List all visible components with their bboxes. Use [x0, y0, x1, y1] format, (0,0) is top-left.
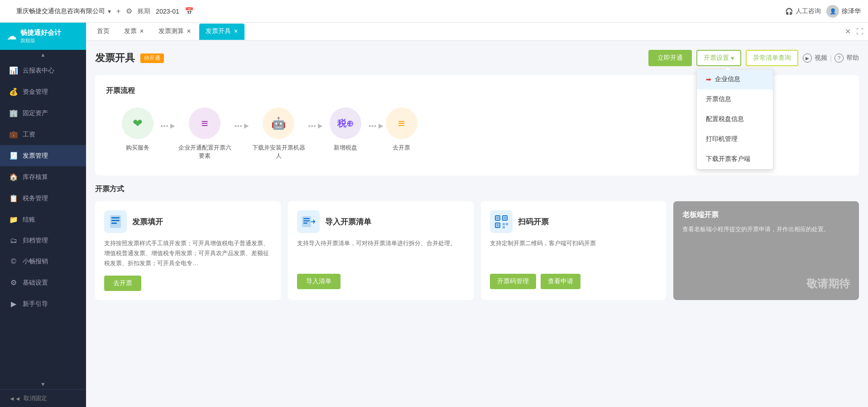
tab-invoice-issue-close[interactable]: ✕ [234, 28, 238, 34]
period-label: 账期 [138, 7, 150, 15]
salary-icon: 💼 [9, 130, 18, 139]
add-icon[interactable]: + [116, 7, 120, 15]
sidebar-item-guide[interactable]: ▶ 新手引导 [0, 293, 86, 315]
sidebar-item-tax[interactable]: 📋 税务管理 [0, 188, 86, 209]
sidebar-item-label: 归档管理 [23, 237, 48, 245]
method-card-boss: 老板端开票 查看老板端小程序提交的开票申请，并作出相应的处置。 敬请期待 [673, 201, 859, 300]
sidebar-item-settlement[interactable]: 📁 结账 [0, 209, 86, 230]
tab-invoice-issue[interactable]: 发票开具 ✕ [199, 24, 245, 40]
sidebar-item-label: 库存核算 [23, 173, 48, 181]
calendar-icon[interactable]: 📅 [185, 7, 194, 15]
sidebar-item-salary[interactable]: 💼 工资 [0, 124, 86, 145]
activate-button[interactable]: 立即开通 [648, 50, 692, 66]
page-header: 发票开具 待开通 立即开通 开票设置 ▾ [95, 50, 859, 66]
company-name: 重庆畅捷交通信息咨询有限公司 [16, 7, 105, 15]
sidebar-logo: ☁ 畅捷通好会计 旗舰版 [0, 23, 86, 50]
step5-label: 去开票 [393, 144, 410, 152]
dropdown-download-label: 下载开票客户端 [706, 155, 750, 162]
dropdown-item-printer[interactable]: 打印机管理 [697, 129, 773, 149]
tax-icon: 📋 [9, 194, 18, 203]
sidebar-item-expense[interactable]: © 小畅报销 [0, 251, 86, 272]
separator: | [830, 54, 832, 62]
boss-card-badge: 敬请期待 [806, 276, 850, 291]
sidebar-scroll-up[interactable]: ▲ [40, 52, 46, 58]
assets-icon: 🏢 [9, 109, 18, 117]
flow-connector-3: ●●● ▶ [308, 107, 323, 129]
sidebar-item-invoice[interactable]: 🧾 发票管理 [0, 145, 86, 166]
tab-invoice[interactable]: 发票 ✕ [118, 24, 150, 40]
tab-invoice-calc-close[interactable]: ✕ [187, 28, 191, 34]
cancel-pin-button[interactable]: ◄◄ 取消固定 [0, 389, 86, 407]
import-invoice-title: 导入开票清单 [325, 217, 371, 227]
step4-label: 新增税盘 [334, 144, 357, 152]
settlement-icon: 📁 [9, 215, 18, 224]
flow-connector-4: ●●● ▶ [368, 107, 383, 129]
dropdown-item-invoice-info[interactable]: 开票信息 [697, 89, 773, 109]
svg-rect-13 [496, 224, 499, 227]
cancel-pin-label: 取消固定 [24, 394, 47, 402]
guide-icon: ▶ [9, 300, 18, 308]
step3-icon: 🤖 [271, 116, 286, 131]
settings-icon[interactable]: ⚙ [126, 7, 132, 15]
dropdown-item-tax-disk[interactable]: 配置税盘信息 [697, 109, 773, 129]
sidebar-item-settings[interactable]: ⚙ 基础设置 [0, 272, 86, 293]
tab-bar: 首页 发票 ✕ 发票测算 ✕ 发票开具 ✕ ✕ ⛶ [86, 23, 868, 41]
dropdown-invoice-info-label: 开票信息 [706, 95, 731, 102]
step2-icon: ≡ [201, 116, 208, 131]
user-area[interactable]: 👤 徐泽华 [826, 5, 861, 18]
settings-button[interactable]: 开票设置 ▾ [696, 50, 741, 66]
step3-label: 下载并安装开票机器人 [251, 144, 306, 160]
user-avatar: 👤 [826, 5, 839, 18]
sidebar-item-label: 发票管理 [23, 152, 48, 160]
svg-rect-2 [111, 220, 120, 221]
headset-icon: 🎧 [785, 8, 793, 15]
sidebar-item-label: 云报表中心 [23, 67, 54, 75]
tab-close-all[interactable]: ✕ [845, 27, 851, 36]
step2-label: 企业开通配置开票六要素 [177, 144, 232, 160]
fill-invoice-button[interactable]: 去开票 [104, 276, 141, 291]
sidebar-item-label: 基础设置 [23, 279, 48, 287]
dropdown-item-company[interactable]: ➡ 企业信息 [697, 69, 773, 89]
fund-icon: 💰 [9, 87, 18, 96]
settings-sidebar-icon: ⚙ [9, 278, 18, 287]
flow-step-3: 🤖 下载并安装开票机器人 [249, 107, 308, 160]
sidebar-item-fund[interactable]: 💰 资金管理 [0, 81, 86, 102]
sidebar-item-assets[interactable]: 🏢 固定资产 [0, 102, 86, 124]
user-name: 徐泽华 [842, 7, 861, 15]
play-icon: ▶ [803, 53, 812, 63]
logo-text: 畅捷通好会计 [20, 29, 61, 37]
video-help-area[interactable]: ▶ 视频 | ? 帮助 [803, 53, 859, 63]
view-apply-button[interactable]: 查看申请 [541, 274, 580, 289]
method-cards: 发票填开 支持按照发票样式手工填开发票；可开具增值税电子普通发票、增值税普通发票… [95, 201, 859, 300]
scan-invoice-icon [490, 210, 513, 233]
sidebar-item-label: 新手引导 [23, 300, 48, 308]
sidebar-item-archive[interactable]: 🗂 归档管理 [0, 230, 86, 251]
tab-invoice-calc[interactable]: 发票测算 ✕ [152, 24, 197, 40]
method-card-fill: 发票填开 支持按照发票样式手工填开发票；可开具增值税电子普通发票、增值税普通发票… [95, 201, 281, 300]
scan-invoice-title: 扫码开票 [518, 217, 549, 227]
tab-home[interactable]: 首页 [91, 24, 116, 40]
flow-step-4: 税⊕ 新增税盘 [323, 107, 368, 152]
logo-sub: 旗舰版 [20, 37, 61, 44]
sidebar-item-cloud-report[interactable]: 📊 云报表中心 [0, 60, 86, 81]
consult-area[interactable]: 🎧 人工咨询 [785, 7, 821, 15]
import-invoice-button[interactable]: 导入清单 [297, 274, 340, 289]
tab-invoice-issue-label: 发票开具 [206, 27, 231, 35]
header-actions: 立即开通 开票设置 ▾ [648, 50, 859, 66]
qr-manage-button[interactable]: 开票码管理 [490, 274, 536, 289]
company-selector[interactable]: 重庆畅捷交通信息咨询有限公司 ▾ [16, 7, 111, 15]
tab-invoice-close[interactable]: ✕ [139, 28, 144, 34]
sidebar-item-inventory[interactable]: 🏠 库存核算 [0, 166, 86, 188]
svg-rect-16 [503, 226, 505, 228]
step1-label: 购买服务 [126, 144, 149, 152]
abnormal-button[interactable]: 异常清单查询 [746, 50, 798, 66]
import-invoice-desc: 支持导入待开票清单，可对待开票清单进行拆分、合并处理。 [297, 238, 465, 248]
archive-icon: 🗂 [9, 237, 18, 245]
sidebar-item-label: 工资 [23, 131, 35, 139]
flow-step-5: ≡ 去开票 [384, 107, 420, 152]
sidebar-scroll-down[interactable]: ▼ [40, 381, 46, 388]
video-label: 视频 [815, 54, 827, 62]
dropdown-item-download[interactable]: 下载开票客户端 [697, 149, 773, 169]
tab-maximize[interactable]: ⛶ [856, 28, 863, 36]
svg-rect-6 [303, 220, 310, 222]
